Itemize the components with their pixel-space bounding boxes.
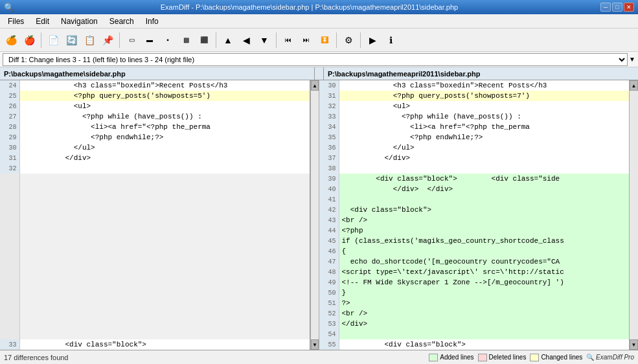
center-scrollbar[interactable]: ▲ ▼ [310, 80, 319, 350]
table-row: 25 <?php query_posts('showposts=5') [0, 91, 310, 101]
added-color-box [429, 354, 438, 361]
table-row [0, 298, 310, 308]
table-row: 38 [319, 163, 629, 174]
window-controls: ─ □ ✕ [600, 3, 634, 12]
save-button[interactable]: 🍎 [21, 32, 38, 49]
line-number: 51 [319, 298, 339, 308]
toolbar-separator-4 [276, 32, 277, 48]
table-row [0, 256, 310, 267]
line-code [339, 163, 629, 174]
differences-count: 17 differences found [4, 354, 68, 361]
diff-dropdown-arrow[interactable]: ▼ [629, 56, 635, 63]
line-code: <li><a href="<?php the_perma [339, 122, 629, 132]
open-button[interactable]: 🍊 [3, 32, 19, 49]
table-row: 55 <div class="block"> [319, 339, 629, 350]
copy-button[interactable]: 📋 [81, 32, 98, 49]
table-row [0, 308, 310, 319]
line-number: 26 [0, 101, 19, 111]
rect4-button[interactable]: ▩ [177, 32, 194, 49]
nav2-button[interactable]: ⏭ [298, 32, 315, 49]
rect5-button[interactable]: ⬛ [196, 32, 212, 49]
line-number [0, 225, 19, 236]
right-code-table: 30 <h3 class="boxedin">Recent Posts</h33… [319, 80, 629, 350]
info-button[interactable]: ℹ [382, 32, 399, 49]
toolbar-separator-5 [336, 32, 337, 48]
table-row: 28 <li><a href="<?php the_perma [0, 122, 310, 132]
line-number: 49 [319, 277, 339, 288]
table-row: 31 </div> [0, 153, 310, 163]
line-code: <?php [339, 225, 629, 236]
table-row: 48<script type=\'text/javascript\' src=\… [319, 267, 629, 277]
line-code [19, 174, 310, 184]
line-code [19, 215, 310, 225]
line-number [0, 267, 19, 277]
line-code: <?php endwhile;?> [339, 132, 629, 142]
line-number: 27 [0, 111, 19, 122]
line-number: 47 [319, 256, 339, 267]
line-code [19, 298, 310, 308]
line-number: 37 [319, 153, 339, 163]
close-button[interactable]: ✕ [624, 3, 634, 12]
table-row: 31 <?php query_posts('showposts=7') [319, 91, 629, 101]
table-row [0, 277, 310, 288]
forward-button[interactable]: ▶ [364, 32, 381, 49]
settings-button[interactable]: ⚙ [340, 32, 357, 49]
line-code: <li><a href="<?php the_perma [19, 122, 310, 132]
rect1-button[interactable]: ▭ [123, 32, 140, 49]
line-code: <?php while (have_posts()) : [19, 111, 310, 122]
table-row: 52<br /> [319, 308, 629, 319]
line-code: <ul> [19, 101, 310, 111]
line-number [0, 319, 19, 329]
line-code: <?php while (have_posts()) : [339, 111, 629, 122]
table-row: 42 <div class="block"> [319, 205, 629, 215]
line-number: 53 [319, 319, 339, 329]
rect3-button[interactable]: ▪ [159, 32, 176, 49]
line-number [0, 329, 19, 339]
right-scrollbar[interactable]: ▲ ▼ [629, 80, 638, 350]
line-code [19, 225, 310, 236]
left-pane[interactable]: 24 <h3 class="boxedin">Recent Posts</h32… [0, 80, 310, 350]
down-button[interactable]: ▼ [256, 32, 273, 49]
right-pane[interactable]: 30 <h3 class="boxedin">Recent Posts</h33… [319, 80, 629, 350]
table-row: 33 <div class="block"> [0, 339, 310, 350]
nav3-button[interactable]: ⏬ [316, 32, 333, 49]
paste-button[interactable]: 📌 [99, 32, 116, 49]
line-code: ?> [339, 298, 629, 308]
menu-navigation[interactable]: Navigation [56, 16, 103, 27]
deleted-color-box [478, 354, 487, 361]
line-number: 24 [0, 80, 19, 91]
menu-edit[interactable]: Edit [30, 16, 54, 27]
line-code: } [339, 288, 629, 298]
menu-info[interactable]: Info [141, 16, 164, 27]
toolbar-separator-2 [119, 32, 120, 48]
refresh-button[interactable]: 🔄 [63, 32, 80, 49]
left-code-table: 24 <h3 class="boxedin">Recent Posts</h32… [0, 80, 310, 350]
table-row: 44<?php [319, 225, 629, 236]
line-number: 32 [319, 101, 339, 111]
line-number: 42 [319, 205, 339, 215]
line-code [19, 308, 310, 319]
toolbar-separator-6 [360, 32, 361, 48]
menu-files[interactable]: Files [3, 16, 29, 27]
title-bar-icon: 🔍 [4, 3, 14, 12]
line-number: 32 [0, 163, 19, 174]
line-number [0, 184, 19, 194]
legend-changed: Changed lines [530, 354, 582, 361]
diff-select-dropdown[interactable]: Diff 1: Change lines 3 - 11 (left file) … [3, 53, 628, 66]
table-row: 39 <div class="block"> <div class="side [319, 174, 629, 184]
rect2-button[interactable]: ▬ [141, 32, 158, 49]
minimize-button[interactable]: ─ [600, 3, 611, 12]
left-button[interactable]: ◀ [238, 32, 255, 49]
line-code [19, 163, 310, 174]
line-number: 45 [319, 236, 339, 246]
line-number: 52 [319, 308, 339, 319]
new-button[interactable]: 📄 [45, 32, 62, 49]
table-row: 43<br /> [319, 215, 629, 225]
nav1-button[interactable]: ⏮ [280, 32, 297, 49]
table-row: 35 <?php endwhile;?> [319, 132, 629, 142]
maximize-button[interactable]: □ [612, 3, 622, 12]
table-row: 27 <?php while (have_posts()) : [0, 111, 310, 122]
up-button[interactable]: ▲ [220, 32, 236, 49]
table-row: 49<!-- FM Wide Skyscraper 1 Zone -->[/m_… [319, 277, 629, 288]
menu-search[interactable]: Search [104, 16, 139, 27]
